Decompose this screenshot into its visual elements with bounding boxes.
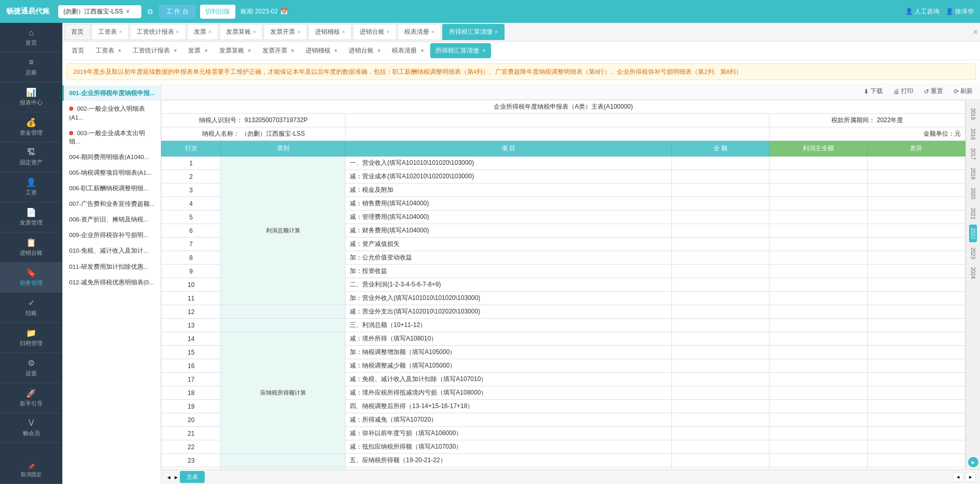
year-2024[interactable]: 2024 — [969, 264, 977, 282]
sidebar-item-ledger[interactable]: ≡ 总账 — [0, 53, 62, 82]
nav-tax-clear[interactable]: 税表清册 × — [387, 43, 429, 58]
sidebar-item-tax-mgmt[interactable]: 🔖 税务管理 — [0, 263, 62, 293]
sidebar-item-vip[interactable]: V 畅会员 — [0, 413, 62, 443]
left-item-007[interactable]: 007-广告费和业务宣传费超额... — [62, 196, 161, 212]
print-button[interactable]: 🖨 打印 — [890, 85, 917, 97]
nav-income-tax-close[interactable]: × — [483, 48, 486, 54]
download-button[interactable]: ⬇ 下载 — [860, 85, 886, 97]
left-item-012[interactable]: 012-减免所得税优惠明细表(0... — [62, 274, 161, 290]
nav-invoice-calc-close[interactable]: × — [248, 48, 251, 54]
sheet-tab-main[interactable]: 主表 — [180, 471, 205, 483]
nav-sales-ledger[interactable]: 进销台账 × — [343, 43, 386, 58]
nav-tax-clear-close[interactable]: × — [421, 48, 424, 54]
nav-salary-stat[interactable]: 工资统计报表 × — [127, 43, 182, 58]
year-2020[interactable]: 2020 — [969, 185, 977, 202]
left-item-004[interactable]: 004-期间费用明细表(A1040... — [62, 149, 161, 165]
nav-income-tax[interactable]: 所得税汇算清缴 × — [430, 43, 491, 58]
tab-salary-stat-close[interactable]: × — [176, 29, 179, 35]
left-item-006[interactable]: 006-职工薪酬纳税调整明细... — [62, 180, 161, 196]
nav-salary[interactable]: 工资表 × — [90, 43, 126, 58]
nav-sales-verify-close[interactable]: × — [334, 48, 337, 54]
left-item-002[interactable]: 002-一般企业收入明细表(A1... — [62, 101, 161, 125]
right-panel: ⬇ 下载 🖨 打印 ↺ 重置 ⟳ 刷新 — [161, 83, 980, 484]
row-profit — [770, 427, 867, 440]
sidebar-item-sales-ledger[interactable]: 📋 进销台账 — [0, 232, 62, 263]
scroll-left-button[interactable]: ◂ — [953, 472, 963, 482]
user-button[interactable]: 👤 徐泽华 — [946, 7, 974, 16]
close-all-icon[interactable]: × — [973, 28, 978, 37]
sidebar-item-guide[interactable]: 🚀 新手引导 — [0, 383, 62, 413]
service-button[interactable]: 👤 人工咨询 — [905, 7, 939, 16]
left-item-003[interactable]: 003-一般企业成本支出明细... — [62, 125, 161, 149]
left-item-011[interactable]: 011-研发费用加计扣除优惠... — [62, 259, 161, 274]
tab-salary-stat[interactable]: 工资统计报表 × — [130, 24, 186, 40]
sidebar-item-settlement[interactable]: ✓ 结账 — [0, 293, 62, 323]
tab-income-tax-close[interactable]: × — [495, 29, 498, 35]
left-item-001[interactable]: 001-企业所得税年度纳税申报... — [62, 85, 161, 101]
year-2018[interactable]: 2018 — [969, 165, 977, 182]
sidebar-item-settings[interactable]: ⚙ 设置 — [0, 353, 62, 383]
year-2016[interactable]: 2016 — [969, 125, 977, 143]
sidebar-item-home[interactable]: ⌂ 首页 — [0, 23, 62, 53]
category-taxable: 应纳税所得额计算 — [221, 332, 346, 454]
tab-sales-verify[interactable]: 进销稽核 × — [308, 24, 352, 40]
tab-sales-verify-close[interactable]: × — [342, 29, 345, 35]
year-2023[interactable]: 2023 — [969, 244, 977, 262]
year-2022[interactable]: 2022 — [969, 225, 977, 242]
tab-salary[interactable]: 工资表 × — [91, 24, 129, 40]
nav-home[interactable]: 首页 — [67, 43, 89, 58]
tab-sales-ledger-close[interactable]: × — [387, 29, 390, 35]
expand-year-button[interactable]: ▸ — [968, 457, 978, 467]
tab-tax-clear[interactable]: 税表清册 × — [398, 24, 441, 40]
toggle-old-button[interactable]: 切到旧版 — [200, 5, 235, 19]
company-selector[interactable]: (勿删）江西服宝-LSS ▾ — [58, 5, 141, 18]
prev-sheet-button[interactable]: ◂ — [165, 474, 173, 481]
tab-tax-clear-close[interactable]: × — [431, 29, 434, 35]
tab-income-tax[interactable]: 所得税汇算清缴 × — [442, 24, 505, 40]
refresh-button[interactable]: ⟳ 刷新 — [950, 85, 976, 97]
sidebar-item-invoice-mgmt[interactable]: 📄 发票管理 — [0, 202, 62, 232]
tab-invoice-calc-close[interactable]: × — [253, 29, 256, 35]
nav-invoice-open-close[interactable]: × — [291, 48, 294, 54]
next-sheet-button[interactable]: ▸ — [173, 474, 180, 481]
calendar-icon[interactable]: 📅 — [280, 8, 288, 15]
tab-invoice-open-close[interactable]: × — [297, 29, 300, 35]
reset-icon: ↺ — [924, 88, 929, 95]
reset-button[interactable]: ↺ 重置 — [921, 85, 946, 97]
scroll-right-button[interactable]: ▸ — [965, 472, 976, 482]
left-item-010[interactable]: 010-免税、减计收入及加计... — [62, 243, 161, 258]
tab-invoice-open[interactable]: 发票开票 × — [263, 24, 307, 40]
pin-button[interactable]: 📌 取消固定 — [0, 459, 62, 484]
tab-invoice[interactable]: 发票 × — [187, 24, 218, 40]
workbench-button[interactable]: 工 作 台 — [159, 5, 196, 19]
year-2017[interactable]: 2017 — [969, 145, 977, 163]
nav-invoice-close[interactable]: × — [205, 48, 208, 54]
sidebar-item-asset-mgmt[interactable]: 💰 资金管理 — [0, 112, 62, 142]
row-profit — [770, 211, 867, 224]
tab-invoice-close[interactable]: × — [208, 29, 211, 35]
row-num: 2 — [162, 170, 221, 184]
sidebar-item-archive[interactable]: 📁 归档管理 — [0, 323, 62, 353]
nav-sales-ledger-close[interactable]: × — [377, 48, 380, 54]
tab-salary-close[interactable]: × — [119, 29, 122, 35]
left-item-009[interactable]: 009-企业所得税弥补亏损明... — [62, 227, 161, 243]
row-diff — [867, 305, 965, 319]
nav-salary-close[interactable]: × — [118, 48, 121, 54]
nav-invoice-open[interactable]: 发票开票 × — [257, 43, 299, 58]
year-2019[interactable]: 2019 — [969, 105, 977, 123]
nav-salary-stat-close[interactable]: × — [174, 48, 177, 54]
sidebar-item-salary[interactable]: 👤 工资 — [0, 172, 62, 202]
left-item-005[interactable]: 005-纳税调整项目明细表(A1... — [62, 165, 161, 180]
nav-invoice-calc[interactable]: 发票算账 × — [214, 43, 256, 58]
left-item-008[interactable]: 008-资产折旧、摊销及纳税... — [62, 212, 161, 227]
copy-icon[interactable]: ⧉ — [143, 5, 157, 18]
tab-invoice-calc[interactable]: 发票算账 × — [219, 24, 263, 40]
year-2021[interactable]: 2021 — [969, 205, 977, 223]
tab-home[interactable]: 首页 — [64, 24, 90, 40]
tab-sales-ledger[interactable]: 进销台账 × — [353, 24, 396, 40]
sidebar-item-report[interactable]: 📊 报表中心 — [0, 82, 62, 112]
row-amount — [672, 346, 770, 359]
nav-invoice[interactable]: 发票 × — [183, 43, 213, 58]
nav-sales-verify[interactable]: 进销稽核 × — [300, 43, 342, 58]
sidebar-item-fixed-asset[interactable]: 🏗 固定资产 — [0, 142, 62, 172]
